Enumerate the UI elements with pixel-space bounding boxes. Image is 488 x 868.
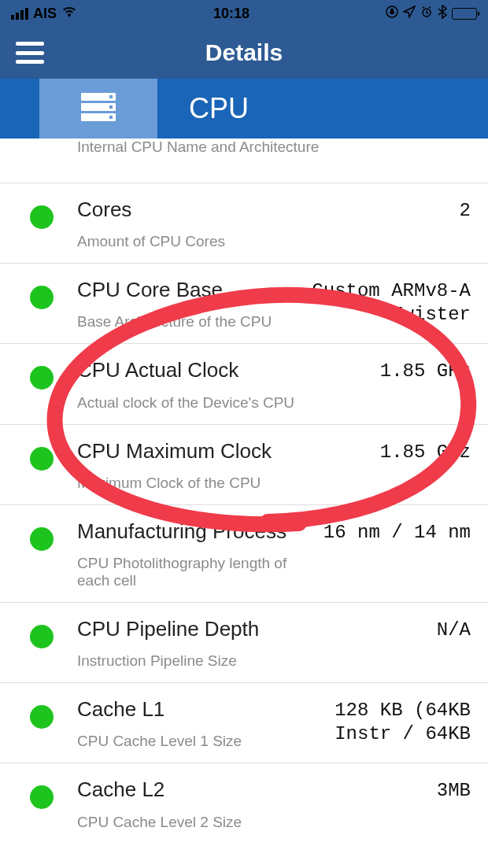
row-title: Cores — [77, 198, 445, 222]
status-dot-icon — [30, 205, 54, 229]
row-value: 1.85 GHz — [380, 439, 471, 464]
row-value: 1.85 GHz — [380, 358, 471, 383]
battery-icon — [452, 8, 477, 20]
row-value: 16 nm / 14 nm — [323, 519, 471, 545]
details-list[interactable]: Internal CPU Name and Architecture Cores… — [0, 139, 488, 868]
status-dot-icon — [30, 625, 54, 648]
row-subtitle: CPU Photolithography length of each cell — [77, 555, 309, 589]
status-bar: AIS 10:18 — [0, 0, 488, 27]
page-title: Details — [205, 39, 283, 66]
row-subtitle: CPU Cache Level 1 Size — [77, 733, 275, 750]
alarm-icon — [420, 6, 433, 21]
row-subtitle: Amount of CPU Cores — [77, 233, 445, 250]
list-item[interactable]: Cores Amount of CPU Cores 2 — [0, 183, 488, 264]
tab-overview[interactable] — [39, 79, 157, 139]
svg-rect-7 — [109, 116, 113, 119]
status-dot-icon — [30, 527, 54, 551]
row-title: Cache L1 — [77, 697, 275, 722]
row-title: Manufacturing Process — [77, 519, 309, 544]
list-item[interactable]: CPU Core Base Base Architecture of the C… — [0, 264, 488, 344]
status-dot-icon — [30, 705, 54, 729]
row-subtitle: Actual clock of the Device's CPU — [77, 394, 366, 412]
signal-icon — [11, 8, 28, 20]
list-item[interactable]: Manufacturing Process CPU Photolithograp… — [0, 505, 488, 603]
row-subtitle: Internal CPU Name and Architecture — [77, 139, 457, 156]
row-title: Cache L2 — [77, 778, 423, 802]
tab-cpu[interactable]: CPU — [157, 79, 488, 139]
svg-rect-5 — [109, 95, 113, 98]
status-time: 10:18 — [213, 6, 250, 22]
list-item[interactable]: CPU Maximum Clock Maximum Clock of the C… — [0, 425, 488, 505]
list-item[interactable]: Cache L1 CPU Cache Level 1 Size 128 KB (… — [0, 683, 488, 763]
list-item[interactable]: Internal CPU Name and Architecture — [0, 139, 488, 183]
status-left: AIS — [11, 6, 77, 22]
status-right — [386, 5, 477, 22]
bluetooth-icon — [438, 5, 447, 22]
location-icon — [403, 6, 416, 21]
row-title: CPU Actual Clock — [77, 358, 366, 382]
server-icon — [79, 91, 117, 126]
row-title: CPU Maximum Clock — [77, 439, 366, 464]
tab-bar: CPU — [0, 79, 488, 139]
row-value: 128 KB (64KB Instr / 64KB — [290, 697, 471, 746]
row-value: 3MB — [437, 778, 471, 803]
list-item[interactable]: Cache L2 CPU Cache Level 2 Size 3MB — [0, 763, 488, 843]
row-subtitle: CPU Cache Level 2 Size — [77, 814, 423, 831]
app-header: Details — [0, 27, 488, 79]
row-subtitle: Base Architecture of the CPU — [77, 313, 275, 331]
list-item[interactable]: CPU Actual Clock Actual clock of the Dev… — [0, 344, 488, 424]
row-title: CPU Pipeline Depth — [77, 617, 423, 641]
status-dot-icon — [30, 447, 54, 471]
row-title: CPU Core Base — [77, 278, 275, 302]
wifi-icon — [61, 6, 77, 21]
row-value: 2 — [460, 198, 471, 223]
orientation-lock-icon — [386, 6, 398, 21]
row-value: Custom ARMv8-A Twister — [290, 278, 471, 327]
svg-rect-6 — [109, 105, 113, 109]
list-item[interactable]: CPU Pipeline Depth Instruction Pipeline … — [0, 603, 488, 683]
status-dot-icon — [30, 286, 54, 309]
row-value: N/A — [437, 617, 471, 642]
row-subtitle: Maximum Clock of the CPU — [77, 475, 366, 492]
carrier-label: AIS — [33, 6, 57, 22]
tab-cpu-label: CPU — [189, 92, 249, 125]
row-subtitle: Instruction Pipeline Size — [77, 652, 423, 670]
status-dot-icon — [30, 785, 54, 809]
menu-button[interactable] — [16, 42, 44, 64]
status-dot-icon — [30, 366, 54, 390]
